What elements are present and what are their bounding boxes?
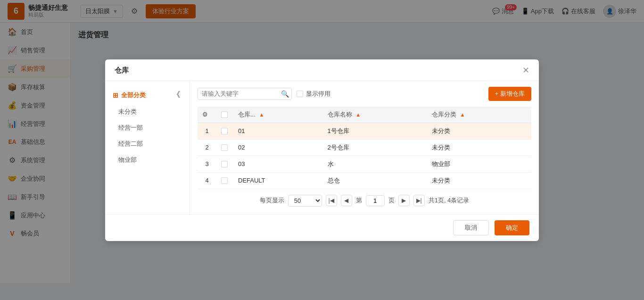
row-code: 02 <box>233 139 323 156</box>
table-row[interactable]: 1 01 1号仓库 未分类 <box>198 123 531 139</box>
sort-icon: ▲ <box>259 112 264 117</box>
page-suffix: 页 <box>388 196 395 205</box>
per-page-label: 每页显示 <box>260 196 284 205</box>
row-checkbox[interactable] <box>221 144 228 151</box>
row-name: 1号仓库 <box>323 123 427 139</box>
warehouse-table-wrap: ⚙ 仓库... ▲ 仓库名称 ▲ 仓库分类 ▲ 1 <box>198 107 531 189</box>
sort-icon: ▲ <box>355 112 361 117</box>
total-records: 共1页, 4条记录 <box>429 196 470 205</box>
row-code: 03 <box>233 156 323 172</box>
warehouse-table: ⚙ 仓库... ▲ 仓库名称 ▲ 仓库分类 ▲ 1 <box>198 107 531 189</box>
row-checkbox[interactable] <box>221 177 228 184</box>
row-index: 3 <box>198 156 216 172</box>
row-checkbox-cell <box>216 156 233 172</box>
grid-icon: ⊞ <box>113 92 118 99</box>
row-name: 总仓 <box>323 172 427 189</box>
row-checkbox-cell <box>216 172 233 189</box>
dialog-header: 仓库 ✕ <box>105 59 539 81</box>
row-category: 物业部 <box>427 156 531 172</box>
modal-overlay: 仓库 ✕ ⊞ 全部分类 《 未分类 经营一部 经营二部 物业部 <box>0 0 644 300</box>
collapse-icon[interactable]: 《 <box>171 90 182 101</box>
per-page-select[interactable]: 50 100 <box>288 195 322 207</box>
search-box: 🔍 <box>198 88 292 100</box>
th-gear: ⚙ <box>198 107 216 123</box>
row-name: 水 <box>323 156 427 172</box>
category-sidebar: ⊞ 全部分类 《 未分类 经营一部 经营二部 物业部 <box>105 81 190 214</box>
page-label: 第 <box>356 196 362 205</box>
category-item-property[interactable]: 物业部 <box>105 152 190 168</box>
dialog-footer: 取消 确定 <box>105 214 539 241</box>
last-page-button[interactable]: ▶| <box>413 195 425 206</box>
next-page-button[interactable]: ▶ <box>398 195 410 206</box>
row-checkbox-cell <box>216 139 233 156</box>
table-row[interactable]: 3 03 水 物业部 <box>198 156 531 172</box>
row-code: 01 <box>233 123 323 139</box>
page-number-input[interactable] <box>366 195 385 206</box>
row-category: 未分类 <box>427 139 531 156</box>
sort-icon: ▲ <box>460 112 465 117</box>
first-page-button[interactable]: |◀ <box>326 195 337 206</box>
search-input[interactable] <box>202 90 281 97</box>
row-category: 未分类 <box>427 123 531 139</box>
row-checkbox[interactable] <box>221 161 228 167</box>
th-name: 仓库名称 ▲ <box>323 107 427 123</box>
th-code: 仓库... ▲ <box>233 107 323 123</box>
table-row[interactable]: 2 02 2号仓库 未分类 <box>198 139 531 156</box>
row-index: 2 <box>198 139 216 156</box>
show-disabled-checkbox[interactable] <box>297 91 303 97</box>
warehouse-dialog: 仓库 ✕ ⊞ 全部分类 《 未分类 经营一部 经营二部 物业部 <box>105 59 539 241</box>
dialog-close-button[interactable]: ✕ <box>522 66 529 75</box>
add-warehouse-button[interactable]: + 新增仓库 <box>488 87 531 101</box>
row-name: 2号仓库 <box>323 139 427 156</box>
category-item-operations-2[interactable]: 经营二部 <box>105 136 190 152</box>
show-disabled-label[interactable]: 显示停用 <box>297 90 330 98</box>
select-all-checkbox[interactable] <box>221 111 228 118</box>
th-check <box>216 107 233 123</box>
row-checkbox[interactable] <box>221 128 228 134</box>
prev-page-button[interactable]: ◀ <box>341 195 352 206</box>
search-icon: 🔍 <box>281 90 289 98</box>
dialog-body: ⊞ 全部分类 《 未分类 经营一部 经营二部 物业部 🔍 <box>105 81 539 214</box>
table-row[interactable]: 4 DEFAULT 总仓 未分类 <box>198 172 531 189</box>
cancel-button[interactable]: 取消 <box>453 220 489 235</box>
dialog-main: 🔍 显示停用 + 新增仓库 ⚙ <box>190 81 539 214</box>
all-categories-button[interactable]: ⊞ 全部分类 《 <box>105 87 190 104</box>
dialog-toolbar: 🔍 显示停用 + 新增仓库 <box>198 87 531 101</box>
row-code: DEFAULT <box>233 172 323 189</box>
dialog-title: 仓库 <box>115 66 129 75</box>
all-categories-label: 全部分类 <box>121 91 146 100</box>
confirm-button[interactable]: 确定 <box>495 220 529 235</box>
th-category: 仓库分类 ▲ <box>427 107 531 123</box>
show-disabled-text: 显示停用 <box>306 90 330 98</box>
row-checkbox-cell <box>216 123 233 139</box>
row-category: 未分类 <box>427 172 531 189</box>
row-index: 4 <box>198 172 216 189</box>
row-index: 1 <box>198 123 216 139</box>
category-item-unclassified[interactable]: 未分类 <box>105 104 190 120</box>
category-item-operations-1[interactable]: 经营一部 <box>105 120 190 136</box>
pagination: 每页显示 50 100 |◀ ◀ 第 页 ▶ ▶| 共1页, 4条记录 <box>198 189 531 208</box>
